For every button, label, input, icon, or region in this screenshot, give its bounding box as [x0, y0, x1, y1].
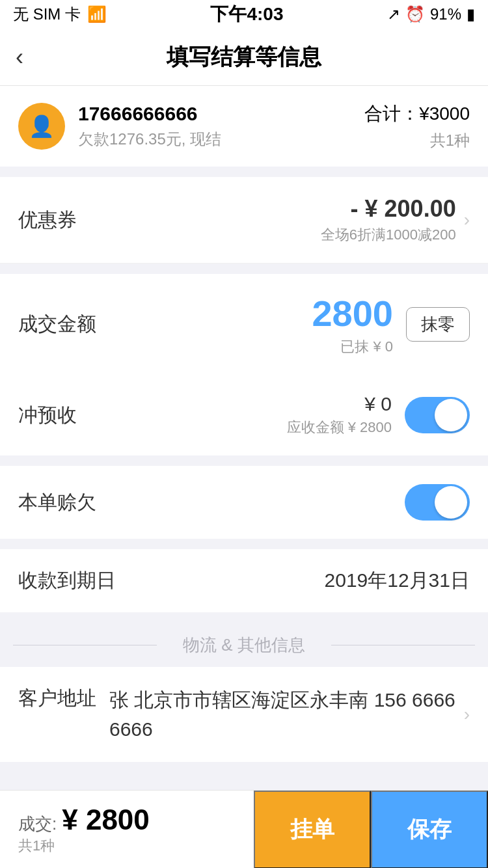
status-bar: 无 SIM 卡 📶 下午4:03 ↗ ⏰ 91% ▮ — [0, 0, 488, 29]
address-row[interactable]: 客户地址 张 北京市市辖区海淀区永丰南 156 6666 6666 › — [0, 667, 488, 762]
customer-right: 合计：¥3000 共1种 — [364, 102, 470, 151]
status-time: 下午4:03 — [210, 2, 283, 27]
battery-text: 91% — [430, 5, 461, 23]
precharge-section: 冲预收 ¥ 0 应收金额 ¥ 2800 — [0, 375, 488, 455]
save-button[interactable]: 保存 — [371, 791, 488, 869]
due-date-value: 2019年12月31日 — [325, 567, 470, 594]
round-zero-button[interactable]: 抹零 — [406, 307, 470, 342]
address-label: 客户地址 — [18, 685, 96, 712]
logistics-text: 物流 & 其他信息 — [183, 634, 305, 657]
deal-amount-sub: 已抹 ¥ 0 — [312, 337, 393, 357]
precharge-right: ¥ 0 应收金额 ¥ 2800 — [287, 393, 470, 437]
debt-toggle[interactable] — [405, 484, 470, 521]
due-date-label: 收款到期日 — [18, 567, 116, 594]
logistics-line-left — [13, 645, 157, 645]
page-title: 填写结算等信息 — [167, 42, 321, 72]
status-left: 无 SIM 卡 📶 — [13, 4, 107, 25]
coupon-info: - ¥ 200.00 全场6折满1000减200 — [321, 195, 456, 245]
divider-2 — [0, 455, 488, 466]
logistics-divider: 物流 & 其他信息 — [0, 623, 488, 667]
deal-amount-info: 2800 已抹 ¥ 0 — [312, 292, 393, 357]
wifi-icon: 📶 — [87, 5, 107, 23]
coupon-label: 优惠券 — [18, 207, 77, 234]
content: 👤 17666666666 欠款1276.35元, 现结 合计：¥3000 共1… — [0, 86, 488, 868]
precharge-toggle-knob — [435, 399, 467, 431]
debt-right — [405, 484, 470, 521]
battery-icon: ▮ — [467, 5, 475, 23]
logistics-line-right — [331, 645, 475, 645]
precharge-row: 冲预收 ¥ 0 应收金额 ¥ 2800 — [0, 375, 488, 455]
customer-count: 共1种 — [364, 130, 470, 151]
debt-toggle-knob — [435, 486, 467, 519]
deal-amount-row: 成交金额 2800 已抹 ¥ 0 抹零 — [0, 274, 488, 375]
deal-amount-section: 成交金额 2800 已抹 ¥ 0 抹零 — [0, 274, 488, 375]
avatar-icon: 👤 — [29, 114, 55, 139]
coupon-amount: - ¥ 200.00 — [321, 195, 456, 223]
coupon-row[interactable]: 优惠券 - ¥ 200.00 全场6折满1000减200 › — [0, 177, 488, 264]
status-right: ↗ ⏰ 91% ▮ — [387, 5, 475, 23]
precharge-amount: ¥ 0 — [287, 393, 392, 415]
customer-sub: 欠款1276.35元, 现结 — [78, 129, 221, 150]
precharge-toggle[interactable] — [405, 397, 470, 433]
bottom-deal-amount: ¥ 2800 — [62, 804, 150, 836]
due-date-row: 收款到期日 2019年12月31日 — [0, 549, 488, 612]
customer-total: 合计：¥3000 — [364, 102, 470, 126]
back-button[interactable]: ‹ — [16, 44, 23, 71]
customer-left: 👤 17666666666 欠款1276.35元, 现结 — [18, 103, 221, 150]
alarm-icon: ⏰ — [405, 5, 425, 23]
coupon-chevron: › — [464, 210, 470, 230]
location-icon: ↗ — [387, 5, 400, 23]
debt-label: 本单赊欠 — [18, 489, 96, 516]
bottom-deal: 成交: ¥ 2800 共1种 — [0, 804, 254, 856]
bottom-deal-count: 共1种 — [18, 836, 236, 856]
address-chevron: › — [464, 704, 470, 725]
customer-info: 17666666666 欠款1276.35元, 现结 — [78, 103, 221, 150]
sim-text: 无 SIM 卡 — [13, 4, 81, 25]
customer-phone: 17666666666 — [78, 103, 221, 125]
bottom-deal-label: 成交: — [18, 813, 57, 835]
precharge-values: ¥ 0 应收金额 ¥ 2800 — [287, 393, 392, 437]
hang-order-button[interactable]: 挂单 — [254, 791, 371, 869]
precharge-sub: 应收金额 ¥ 2800 — [287, 418, 392, 437]
divider-3 — [0, 539, 488, 549]
address-section: 客户地址 张 北京市市辖区海淀区永丰南 156 6666 6666 › — [0, 667, 488, 762]
bottom-deal-row: 成交: ¥ 2800 — [18, 804, 236, 836]
divider-4 — [0, 612, 488, 623]
coupon-desc: 全场6折满1000减200 — [321, 225, 456, 245]
divider-1 — [0, 264, 488, 274]
address-value: 张 北京市市辖区海淀区永丰南 156 6666 6666 — [109, 685, 456, 744]
customer-card: 👤 17666666666 欠款1276.35元, 现结 合计：¥3000 共1… — [0, 86, 488, 167]
nav-bar: ‹ 填写结算等信息 — [0, 29, 488, 86]
bottom-bar: 成交: ¥ 2800 共1种 挂单 保存 — [0, 790, 488, 868]
precharge-label: 冲预收 — [18, 402, 77, 429]
coupon-right: - ¥ 200.00 全场6折满1000减200 › — [321, 195, 470, 245]
due-date-section: 收款到期日 2019年12月31日 — [0, 549, 488, 612]
avatar: 👤 — [18, 103, 65, 150]
deal-amount-value: 2800 — [312, 292, 393, 334]
deal-amount-right: 2800 已抹 ¥ 0 抹零 — [312, 292, 470, 357]
deal-amount-label: 成交金额 — [18, 311, 96, 338]
debt-row: 本单赊欠 — [0, 466, 488, 539]
debt-section: 本单赊欠 — [0, 466, 488, 539]
